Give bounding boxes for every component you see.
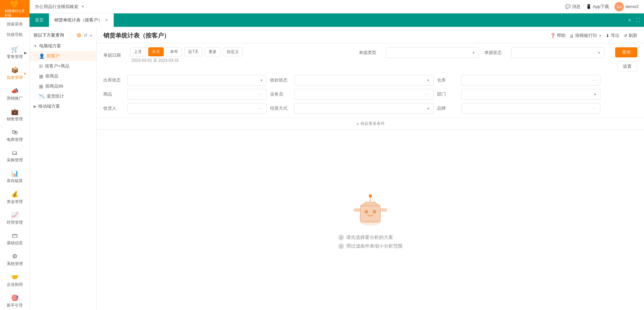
date-btn-more[interactable]: 更多 bbox=[205, 47, 220, 56]
date-btn-this-year[interactable]: 本年 bbox=[166, 47, 182, 56]
salesperson-label: 业务员 bbox=[270, 91, 294, 97]
sidebar-item-label: 经营管理 bbox=[7, 220, 23, 225]
svg-point-13 bbox=[369, 195, 371, 197]
settings-btn[interactable]: 设置 bbox=[617, 61, 637, 71]
sidebar-item-corp[interactable]: 🤝 企业协同 bbox=[0, 270, 30, 291]
date-buttons-group: 上月 本月 本年 近7天 更多 自定义 bbox=[130, 47, 243, 56]
sidebar-item-inventory[interactable]: 📊 库存核算 bbox=[0, 166, 30, 187]
user-profile[interactable]: Ea demo2 bbox=[614, 2, 639, 11]
breadcrumb-dropdown-icon[interactable]: ▼ bbox=[81, 5, 85, 8]
sidebar-item-retail[interactable]: 🛒 零售管理 ▶ bbox=[0, 42, 30, 63]
close-window-icon[interactable]: ✕ bbox=[628, 18, 632, 23]
inventory-icon: 📊 bbox=[11, 170, 18, 177]
template-print-btn[interactable]: 🖨 按模板打印 ▼ bbox=[570, 33, 602, 39]
refresh-scheme-icon[interactable]: ↺ bbox=[84, 33, 88, 38]
type-filter-input[interactable]: ▼ bbox=[386, 47, 479, 58]
goods-input[interactable]: ··· bbox=[127, 89, 267, 100]
warehouse-input[interactable]: ··· bbox=[461, 75, 600, 86]
grid-icon: ⊞ bbox=[39, 63, 43, 69]
sidebar-item-label: 资金管理 bbox=[7, 199, 23, 205]
goods-cell: 商品 ··· bbox=[103, 89, 267, 100]
sidebar-item-sales[interactable]: 💼 销售管理 bbox=[0, 105, 30, 125]
sidebar-item-basic[interactable]: 🗃 基础信息 bbox=[0, 229, 30, 249]
print-icon: 🖨 bbox=[570, 33, 574, 38]
scheme-group-mobile-header[interactable]: ▶ 移动端方案 bbox=[30, 101, 96, 111]
query-btn[interactable]: 查询 bbox=[615, 47, 637, 57]
template-print-label: 按模板打印 bbox=[575, 33, 597, 39]
collapse-scheme-icon[interactable]: « bbox=[90, 33, 92, 38]
scheme-item-return-stats[interactable]: 📉 退货统计 bbox=[30, 91, 96, 101]
sidebar-item-ecommerce[interactable]: 🛍 电商管理 bbox=[0, 125, 30, 146]
settlement-input[interactable]: ▼ bbox=[294, 103, 433, 114]
date-range-text: 2023-03-01 至 2023-03-31 bbox=[131, 58, 243, 63]
sidebar-item-wholesale[interactable]: 📦 批发管理 ▼ bbox=[0, 63, 30, 84]
add-scheme-icon[interactable]: ⊕ bbox=[76, 32, 82, 39]
sidebar-item-label: 批发管理 bbox=[7, 75, 23, 81]
collapse-bar[interactable]: ∧ 收起更多条件 bbox=[97, 118, 644, 130]
out-status-input[interactable]: ▼ bbox=[127, 75, 267, 86]
basic-icon: 🗃 bbox=[12, 232, 18, 239]
header-right: 💬 消息 📱 App下载 Ea demo2 bbox=[565, 2, 639, 11]
dept-input[interactable]: ▼ bbox=[461, 89, 600, 100]
date-btn-this-month[interactable]: 本月 bbox=[148, 47, 164, 56]
settlement-dropdown: ▼ bbox=[427, 107, 430, 110]
scheme-panel-actions: ⊕ ↺ « bbox=[76, 32, 92, 39]
scheme-group-desktop-header[interactable]: ▼ 电脑端方案 bbox=[30, 41, 96, 51]
sidebar-item-newbie[interactable]: 🎯 新手引导 bbox=[0, 291, 30, 310]
salesperson-input[interactable]: ··· bbox=[294, 89, 433, 100]
status-filter-input[interactable]: ▼ bbox=[511, 47, 604, 58]
message-label: 消息 bbox=[572, 4, 581, 10]
scheme-item-by-customer[interactable]: 👤 按客户 bbox=[30, 51, 96, 61]
print-dropdown-icon: ▼ bbox=[598, 34, 602, 38]
sidebar: 🧡 畅捷通好生意 标版 搜索菜单 快捷导航 🛒 零售管理 ▶ 📦 批发管理 ▼ … bbox=[0, 0, 30, 310]
empty-state: 1 请先选择要分析的方案 2 用过滤条件来缩小分析范围 bbox=[97, 130, 644, 310]
date-btn-last-month[interactable]: 上月 bbox=[130, 47, 146, 56]
brand-cell: 品牌 ··· bbox=[437, 103, 600, 114]
sidebar-item-purchase[interactable]: 🗂 采购管理 bbox=[0, 146, 30, 166]
refresh-btn[interactable]: ↺ 刷新 bbox=[624, 33, 637, 39]
help-btn[interactable]: ❓ 帮助 bbox=[550, 33, 566, 39]
sidebar-item-label: 电商管理 bbox=[7, 137, 23, 143]
sidebar-item-operation[interactable]: 📈 经营管理 bbox=[0, 208, 30, 229]
dept-cell: 部门 ▼ bbox=[437, 89, 600, 100]
sidebar-item-label: 系统管理 bbox=[7, 261, 23, 267]
date-btn-7days[interactable]: 近7天 bbox=[184, 47, 202, 56]
sidebar-item-finance[interactable]: 💰 资金管理 bbox=[0, 187, 30, 208]
message-btn[interactable]: 💬 消息 bbox=[565, 4, 581, 10]
tip-text-1: 请先选择要分析的方案 bbox=[346, 235, 393, 241]
scheme-item-by-goods[interactable]: ▦ 按商品 bbox=[30, 71, 96, 81]
sidebar-item-system[interactable]: ⚙ 系统管理 bbox=[0, 249, 30, 270]
empty-illustration bbox=[350, 188, 390, 228]
scheme-group-desktop: ▼ 电脑端方案 👤 按客户 ⊞ 按客户+商品 ▦ 按商品 ▦ 按商品99 bbox=[30, 41, 96, 101]
tab-close-icon[interactable]: ✕ bbox=[105, 18, 108, 22]
tip-num-2: 2 bbox=[338, 243, 344, 249]
sidebar-item-marketing[interactable]: 📣 营销推广 bbox=[0, 84, 30, 105]
brand-input[interactable]: ··· bbox=[461, 103, 600, 114]
search-menu[interactable]: 搜索菜单 bbox=[0, 17, 29, 30]
ecommerce-icon: 🛍 bbox=[12, 129, 18, 136]
date-btn-custom[interactable]: 自定义 bbox=[223, 47, 243, 56]
tab-sales-stats[interactable]: 销货单统计表（按客户） ✕ bbox=[49, 13, 114, 27]
maximize-icon[interactable]: ⛶ bbox=[636, 18, 640, 23]
payment-status-input[interactable]: ▼ bbox=[294, 75, 433, 86]
export-btn[interactable]: ⬇ 导出 bbox=[606, 33, 620, 39]
scheme-item-by-customer-goods[interactable]: ⊞ 按客户+商品 bbox=[30, 61, 96, 71]
goods-label: 商品 bbox=[103, 91, 127, 97]
main-area: 办公用品行业模拟账套 ▼ 💬 消息 📱 App下载 Ea demo2 首页 销货… bbox=[30, 0, 644, 310]
sidebar-item-label: 销售管理 bbox=[7, 116, 23, 122]
empty-tips: 1 请先选择要分析的方案 2 用过滤条件来缩小分析范围 bbox=[338, 235, 402, 252]
app-download-btn[interactable]: 📱 App下载 bbox=[586, 4, 609, 10]
quick-nav[interactable]: 快捷导航 bbox=[0, 30, 29, 40]
filter-area: 单据日期 上月 本月 本年 近7天 更多 自定义 2023-03-01 至 20… bbox=[97, 43, 644, 118]
svg-rect-10 bbox=[380, 208, 387, 212]
export-icon: ⬇ bbox=[606, 33, 609, 38]
salesperson-cell: 业务员 ··· bbox=[270, 89, 433, 100]
sidebar-item-label: 企业协同 bbox=[7, 282, 23, 288]
receiver-cell: 收货人 ··· bbox=[103, 103, 267, 114]
scheme-item-by-goods-99[interactable]: ▦ 按商品99 bbox=[30, 81, 96, 91]
receiver-input[interactable]: ··· bbox=[127, 103, 267, 114]
right-panel: 销货单统计表（按客户） ❓ 帮助 🖨 按模板打印 ▼ ⬇ 导出 bbox=[97, 27, 644, 310]
tab-home[interactable]: 首页 bbox=[30, 13, 49, 27]
chevron-down-icon: ▼ bbox=[23, 72, 27, 75]
warehouse-dots: ··· bbox=[591, 77, 597, 83]
